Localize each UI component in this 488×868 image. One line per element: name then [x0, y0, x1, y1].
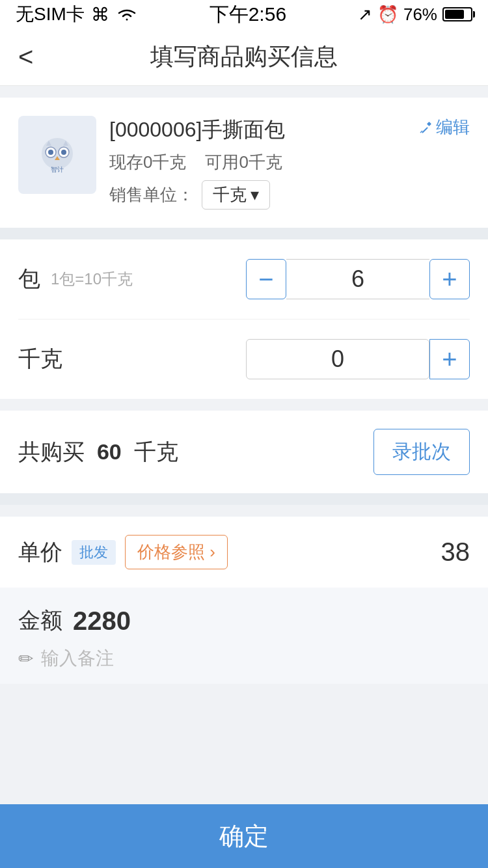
package-quantity-control: − + [246, 259, 470, 299]
kg-quantity-control: + [246, 339, 470, 379]
package-quantity-input[interactable] [286, 259, 429, 299]
page-title: 填写商品购买信息 [150, 41, 338, 73]
kg-label: 千克 [18, 344, 62, 374]
total-text: 共购买 60 千克 [18, 437, 178, 467]
status-left: 无SIM卡 ⌘ [16, 2, 138, 27]
remark-row[interactable]: ✏ 输入备注 [18, 646, 470, 671]
package-plus-button[interactable]: + [429, 259, 470, 299]
amount-section: 金额 2280 ✏ 输入备注 [0, 588, 488, 684]
alarm-icon: ⏰ [377, 5, 398, 25]
unit-select[interactable]: 千克 ▾ [202, 180, 270, 210]
back-button[interactable]: < [18, 42, 33, 72]
package-sublabel: 1包=10千克 [51, 269, 133, 290]
product-info: [0000006]手撕面包 编辑 现存0千克 可用0千克 销售单位： 千克 ▾ [109, 116, 470, 210]
price-label: 单价 [18, 537, 62, 567]
product-logo: 智计 [34, 135, 80, 174]
amount-row: 金额 2280 [18, 606, 470, 636]
remark-placeholder: 输入备注 [41, 646, 114, 671]
kg-plus-button[interactable]: + [429, 339, 470, 379]
batch-button[interactable]: 录批次 [373, 429, 470, 475]
status-bar: 无SIM卡 ⌘ 下午2:56 ↗ ⏰ 76% [0, 0, 488, 29]
kg-row: 千克 + [18, 319, 470, 399]
product-card: 智计 [0000006]手撕面包 编辑 现存0千克 可用0千克 销售单位： [0, 98, 488, 228]
svg-text:智计: 智计 [51, 166, 64, 173]
product-image: 智计 [18, 116, 96, 194]
svg-rect-10 [427, 121, 431, 126]
svg-point-4 [61, 150, 66, 155]
kg-quantity-input[interactable] [246, 339, 429, 379]
unit-label: 销售单位： [109, 183, 194, 206]
separator-2 [0, 493, 488, 505]
separator-1 [0, 228, 488, 239]
price-badge: 批发 [72, 540, 116, 565]
svg-point-3 [48, 150, 53, 155]
total-amount: 60 [97, 439, 122, 464]
battery-icon [442, 7, 472, 21]
price-ref-button[interactable]: 价格参照 › [125, 535, 228, 569]
location-icon: ↗ [358, 5, 372, 25]
product-name: [0000006]手撕面包 [109, 116, 285, 144]
carrier-label: 无SIM卡 [16, 2, 85, 27]
page-spacer [0, 684, 488, 814]
amount-value: 2280 [73, 606, 131, 636]
nav-bar: < 填写商品购买信息 [0, 29, 488, 86]
price-section: 单价 批发 价格参照 › 38 [0, 517, 488, 588]
package-minus-button[interactable]: − [246, 259, 286, 299]
svg-rect-9 [422, 127, 428, 133]
product-stock: 现存0千克 可用0千克 [109, 151, 470, 174]
package-label: 包 [18, 264, 40, 294]
product-unit-row: 销售单位： 千克 ▾ [109, 180, 470, 210]
status-time: 下午2:56 [210, 1, 286, 28]
battery-percent: 76% [403, 5, 437, 25]
amount-label: 金额 [18, 606, 62, 636]
chevron-down-icon: ▾ [251, 185, 259, 205]
status-right: ↗ ⏰ 76% [358, 5, 472, 25]
pencil-icon: ✏ [18, 648, 33, 670]
price-row: 单价 批发 价格参照 › 38 [18, 535, 470, 569]
input-section: 包 1包=10千克 − + 千克 + [0, 239, 488, 399]
edit-icon [419, 120, 433, 135]
total-section: 共购买 60 千克 录批次 [0, 411, 488, 493]
price-value: 38 [441, 537, 470, 567]
confirm-button[interactable]: 确定 [0, 804, 488, 868]
wifi-icon: ⌘ [91, 4, 109, 25]
wifi-signal-icon [116, 7, 138, 22]
price-label-group: 单价 批发 价格参照 › [18, 535, 228, 569]
package-row: 包 1包=10千克 − + [18, 239, 470, 319]
product-edit-button[interactable]: 编辑 [419, 116, 470, 139]
